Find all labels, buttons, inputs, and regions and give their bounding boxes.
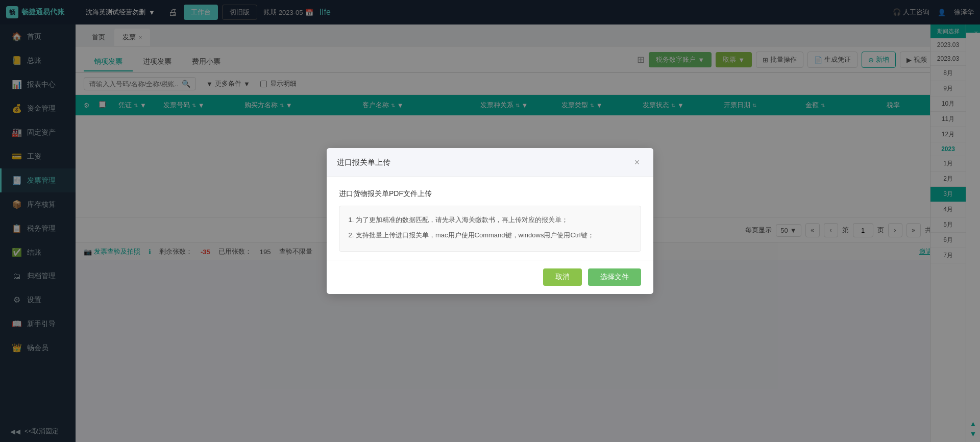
modal-cancel-button[interactable]: 取消 (543, 268, 582, 286)
notice-item-1: 为了更加精准的数据匹配，请先录入海关缴款书，再上传对应的报关单； (356, 213, 632, 227)
modal-title: 进口报关单上传 (337, 158, 390, 167)
modal-overlay[interactable]: 进口报关单上传 × 进口货物报关单PDF文件上传 为了更加精准的数据匹配，请先录… (0, 0, 980, 442)
import-customs-modal: 进口报关单上传 × 进口货物报关单PDF文件上传 为了更加精准的数据匹配，请先录… (327, 148, 653, 294)
modal-header: 进口报关单上传 × (327, 148, 653, 177)
upload-section-title: 进口货物报关单PDF文件上传 (339, 189, 641, 199)
modal-select-file-button[interactable]: 选择文件 (588, 268, 641, 286)
modal-body: 进口货物报关单PDF文件上传 为了更加精准的数据匹配，请先录入海关缴款书，再上传… (327, 177, 653, 260)
upload-notice: 为了更加精准的数据匹配，请先录入海关缴款书，再上传对应的报关单； 支持批量上传进… (339, 206, 641, 252)
modal-footer: 取消 选择文件 (327, 260, 653, 294)
modal-close-button[interactable]: × (631, 156, 643, 168)
notice-item-2: 支持批量上传进口报关单，mac用户使用Command键，windows用户使用C… (356, 229, 632, 242)
